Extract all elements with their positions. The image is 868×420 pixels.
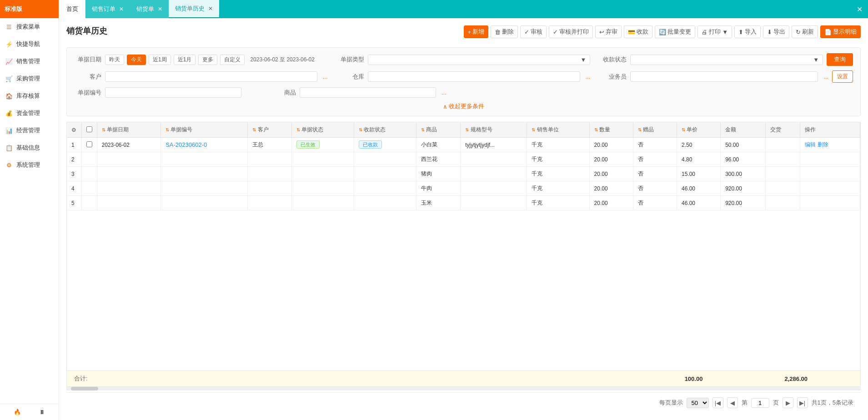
new-button[interactable]: + 新增	[464, 25, 489, 38]
show-detail-button[interactable]: 📄 显示明细	[820, 25, 861, 38]
sidebar-item-finance[interactable]: 💰 资金管理	[0, 105, 59, 122]
col-checkbox[interactable]	[81, 122, 97, 138]
col-amount: 金额	[721, 122, 766, 138]
first-page-btn[interactable]: |◀	[712, 397, 723, 408]
row-action	[800, 196, 860, 210]
collapse-button[interactable]: ∧ 收起更多条件	[74, 102, 853, 110]
row-check[interactable]	[81, 152, 97, 167]
filter-area: 单据日期 昨天 今天 近1周 近1月 更多 自定义 2023-06-02 至 2…	[66, 47, 861, 116]
row-checkbox[interactable]	[86, 141, 92, 147]
page-input[interactable]	[751, 398, 769, 408]
warehouse-filter-group: 仓库 ...	[337, 71, 591, 82]
settings-button[interactable]: 设置	[832, 70, 853, 83]
row-transaction	[765, 181, 800, 196]
row-doc-status	[291, 196, 354, 210]
edit-action[interactable]: 编辑	[805, 141, 816, 148]
sidebar-item-search-menu[interactable]: ☰ 搜索菜单	[0, 18, 59, 35]
salesman-filter-group: 业务员 ... 设置	[599, 70, 853, 83]
row-doc-status	[291, 181, 354, 196]
tab-sales-order[interactable]: 销售订单 ✕	[85, 0, 130, 18]
select-all-checkbox[interactable]	[86, 126, 92, 132]
export-button[interactable]: ⬇ 导出	[763, 25, 789, 38]
customer-dots[interactable]: ...	[323, 73, 328, 80]
col-settings[interactable]: ⚙	[67, 122, 81, 138]
filter-row-3: 单据编号 商品 ...	[74, 87, 853, 98]
print-button[interactable]: 🖨 打印 ▼	[697, 25, 732, 38]
fire-icon[interactable]: 🔥	[14, 409, 21, 415]
footer-label: 合计:	[74, 375, 101, 383]
pause-icon[interactable]: ⏸	[39, 409, 45, 415]
next-page-btn[interactable]: ▶	[783, 397, 793, 408]
row-check[interactable]	[81, 181, 97, 196]
close-window-btn[interactable]: ✕	[851, 5, 868, 14]
warehouse-label: 仓库	[337, 73, 364, 81]
query-button[interactable]: 查询	[827, 53, 853, 66]
audit-button[interactable]: ✓ 审核	[520, 25, 547, 38]
sidebar-item-base-info[interactable]: 📋 基础信息	[0, 139, 59, 156]
collect-button[interactable]: 💳 收款	[624, 25, 652, 38]
last-page-btn[interactable]: ▶|	[797, 397, 808, 408]
doc-type-select[interactable]: ▼	[368, 55, 591, 65]
custom-btn[interactable]: 自定义	[220, 55, 245, 65]
product-dots[interactable]: ...	[442, 89, 447, 96]
row-unit-price: 2.50	[677, 138, 720, 152]
row-doc-status	[291, 167, 354, 181]
collect-status-select[interactable]: ▼	[630, 55, 823, 65]
abandon-button[interactable]: ↩ 弃审	[595, 25, 622, 38]
delete-action[interactable]: 删除	[818, 141, 828, 148]
row-gift: 否	[633, 181, 677, 196]
sort-icon: ⇅	[102, 127, 105, 132]
doc-no-link[interactable]: SA-20230602-0	[166, 141, 207, 148]
row-product: 猪肉	[416, 167, 460, 181]
row-unit-price: 46.00	[677, 181, 720, 196]
refresh-button[interactable]: ↻ 刷新	[792, 25, 818, 38]
row-check[interactable]	[81, 167, 97, 181]
sidebar-item-inventory[interactable]: 🏠 库存核算	[0, 87, 59, 105]
sort-icon: ⇅	[359, 127, 362, 132]
delete-button[interactable]: 🗑 删除	[491, 25, 518, 38]
tab-close-sales-history[interactable]: ✕	[208, 5, 213, 12]
row-doc-date	[97, 152, 161, 167]
salesman-input[interactable]	[630, 71, 818, 82]
import-button[interactable]: ⬆ 导入	[734, 25, 761, 38]
col-gift: ⇅ 赠品	[633, 122, 677, 138]
yesterday-btn[interactable]: 昨天	[105, 55, 124, 65]
row-check[interactable]	[81, 138, 97, 152]
row-num: 1	[67, 138, 81, 152]
row-qty: 20.00	[589, 138, 633, 152]
scrollbar-thumb[interactable]	[71, 387, 98, 390]
more-btn[interactable]: 更多	[198, 55, 217, 65]
salesman-label: 业务员	[599, 73, 627, 81]
product-filter-group: 商品 ...	[269, 87, 447, 98]
sidebar-item-label: 采购管理	[16, 75, 40, 83]
tab-close-sales-order[interactable]: ✕	[119, 6, 124, 12]
batch-change-button[interactable]: 🔄 批量变更	[655, 25, 695, 38]
row-collect-status	[354, 152, 416, 167]
sidebar-item-purchase-mgmt[interactable]: 🛒 采购管理	[0, 70, 59, 87]
last7-btn[interactable]: 近1周	[149, 55, 171, 65]
row-sales-unit: 千克	[527, 138, 589, 152]
today-btn[interactable]: 今天	[127, 55, 146, 65]
sidebar-item-operations[interactable]: 📊 经营管理	[0, 122, 59, 139]
docno-input[interactable]	[105, 87, 241, 98]
tab-close-sales-delivery[interactable]: ✕	[158, 6, 162, 12]
tab-home[interactable]: 首页	[59, 0, 85, 18]
salesman-dots[interactable]: ...	[823, 73, 828, 80]
per-page-select[interactable]: 50	[687, 398, 709, 408]
warehouse-input[interactable]	[368, 71, 580, 82]
row-qty: 20.00	[589, 181, 633, 196]
sidebar-item-sales-mgmt[interactable]: 📈 销售管理	[0, 53, 59, 70]
row-check[interactable]	[81, 196, 97, 210]
audit-print-button[interactable]: ✓ 审核并打印	[549, 25, 593, 38]
sidebar-item-quick-nav[interactable]: ⚡ 快捷导航	[0, 35, 59, 53]
sidebar-item-system-mgmt[interactable]: ⚙ 系统管理	[0, 156, 59, 174]
warehouse-dots[interactable]: ...	[586, 73, 591, 80]
customer-input[interactable]	[105, 71, 317, 82]
sort-icon: ⇅	[532, 127, 535, 132]
last1m-btn[interactable]: 近1月	[174, 55, 196, 65]
tab-sales-history[interactable]: 销货单历史 ✕	[169, 0, 219, 18]
tab-sales-delivery[interactable]: 销货单 ✕	[130, 0, 169, 18]
row-num: 5	[67, 196, 81, 210]
product-input[interactable]	[300, 87, 436, 98]
prev-page-btn[interactable]: ◀	[727, 397, 738, 408]
